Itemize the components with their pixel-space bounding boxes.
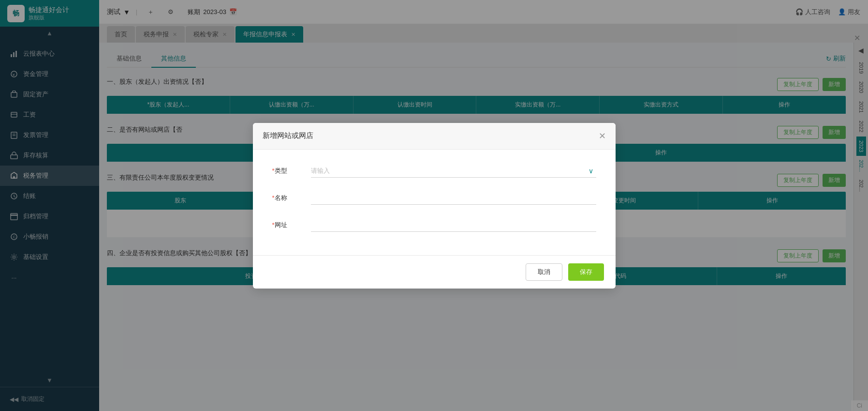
url-label: *网址: [272, 221, 311, 229]
form-row-url: *网址: [272, 218, 596, 232]
type-field: ∨: [311, 164, 596, 178]
modal-overlay[interactable]: 新增网站或网店 ✕ *类型 ∨ *名称: [0, 0, 868, 411]
modal-add-website: 新增网站或网店 ✕ *类型 ∨ *名称: [253, 123, 616, 289]
url-input[interactable]: [311, 218, 596, 232]
type-input[interactable]: [311, 164, 596, 178]
modal-close-button[interactable]: ✕: [599, 131, 606, 141]
modal-footer: 取消 保存: [253, 255, 616, 289]
modal-header: 新增网站或网店 ✕: [253, 123, 616, 150]
form-row-name: *名称: [272, 191, 596, 205]
form-row-type: *类型 ∨: [272, 164, 596, 178]
url-field: [311, 218, 596, 232]
type-dropdown-icon[interactable]: ∨: [588, 167, 593, 175]
cancel-button[interactable]: 取消: [526, 263, 562, 281]
save-button[interactable]: 保存: [568, 263, 604, 281]
name-label: *名称: [272, 194, 311, 202]
name-input[interactable]: [311, 191, 596, 205]
type-label: *类型: [272, 167, 311, 175]
modal-title: 新增网站或网店: [263, 131, 313, 140]
name-field: [311, 191, 596, 205]
modal-body: *类型 ∨ *名称 *网址: [253, 150, 616, 255]
